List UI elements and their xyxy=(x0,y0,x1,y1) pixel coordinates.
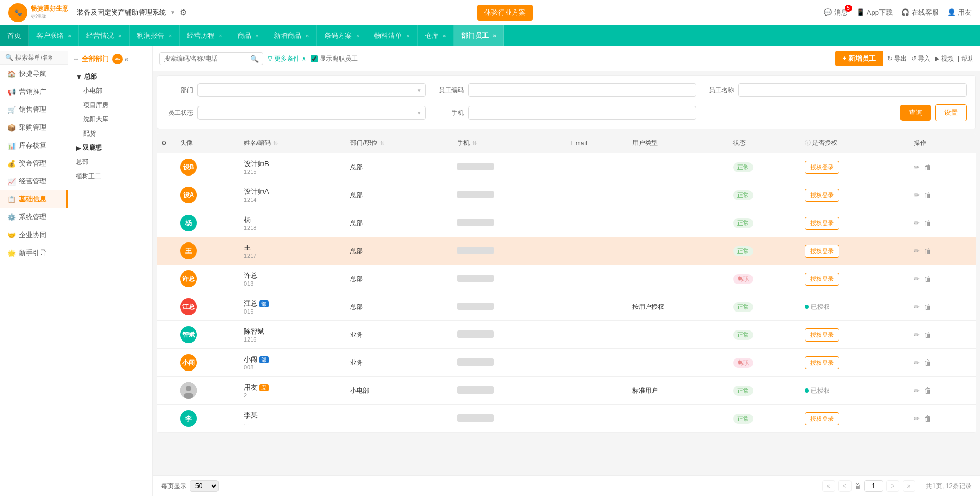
per-page-select[interactable]: 20 50 100 200 xyxy=(190,480,219,492)
sidebar-item-finance[interactable]: 💰 资金管理 xyxy=(0,154,68,172)
delete-btn[interactable]: 🗑 xyxy=(924,386,932,395)
sidebar-item-quicknav[interactable]: 🏠 快捷导航 xyxy=(0,65,68,83)
add-employee-btn[interactable]: + 新增员工 xyxy=(835,51,883,66)
sidebar-item-basic[interactable]: 📋 基础信息 xyxy=(0,190,68,208)
sidebar-item-inventory[interactable]: 📊 库存核算 xyxy=(0,137,68,154)
delete-btn[interactable]: 🗑 xyxy=(924,247,932,255)
delete-btn[interactable]: 🗑 xyxy=(924,219,932,227)
gear-icon[interactable]: ⚙ xyxy=(180,7,187,17)
tab-customer[interactable]: 客户联络 × xyxy=(29,25,79,46)
search-input[interactable] xyxy=(164,55,248,62)
delete-btn[interactable]: 🗑 xyxy=(924,358,932,367)
dept-item-root[interactable]: ▼ 总部 xyxy=(68,70,152,84)
dept-item-xiaodibu[interactable]: 小电部 xyxy=(68,84,152,98)
search-icon[interactable]: 🔍 xyxy=(250,55,259,63)
close-icon[interactable]: × xyxy=(406,33,409,39)
close-icon[interactable]: × xyxy=(356,33,359,39)
edit-btn[interactable]: ✏ xyxy=(914,247,920,255)
dept-item-shuanglu[interactable]: ▶ 双鹿想 xyxy=(68,141,152,155)
th-settings[interactable]: ⚙ xyxy=(157,133,176,153)
close-icon[interactable]: × xyxy=(255,33,259,39)
next-page-btn[interactable]: > xyxy=(886,480,899,492)
edit-btn[interactable]: ✏ xyxy=(914,414,920,423)
empstatus-select[interactable] xyxy=(197,106,426,120)
online-service-btn[interactable]: 🎧 在线客服 xyxy=(901,8,939,17)
edit-btn[interactable]: ✏ xyxy=(914,330,920,339)
dept-edit-btn[interactable]: ✏ xyxy=(112,54,123,64)
system-dropdown-arrow[interactable]: ▼ xyxy=(170,9,175,15)
sidebar-item-collab[interactable]: 🤝 企业协同 xyxy=(0,226,68,244)
query-button[interactable]: 查询 xyxy=(900,105,931,121)
sort-icon[interactable]: ⇅ xyxy=(380,140,384,146)
empstatus-select-wrap[interactable]: ▼ xyxy=(197,106,426,120)
close-icon[interactable]: × xyxy=(443,33,446,39)
sidebar-search-input[interactable] xyxy=(15,54,52,61)
tab-history[interactable]: 经营历程 × xyxy=(180,25,230,46)
delete-btn[interactable]: 🗑 xyxy=(924,163,932,171)
phone-input[interactable] xyxy=(468,106,697,120)
edit-btn[interactable]: ✏ xyxy=(914,386,920,395)
close-icon[interactable]: × xyxy=(219,33,222,39)
delete-btn[interactable]: 🗑 xyxy=(924,330,932,339)
notice-button[interactable]: 💬 消息 5 xyxy=(824,8,848,17)
th-dept-position[interactable]: 部门/职位⇅ xyxy=(346,133,452,153)
empname-input[interactable] xyxy=(738,83,967,97)
auth-btn[interactable]: 授权登录 xyxy=(805,217,839,230)
show-resigned-label[interactable]: 显示离职员工 xyxy=(311,54,358,63)
auth-btn[interactable]: 授权登录 xyxy=(805,412,839,425)
empcode-input[interactable] xyxy=(468,83,697,97)
delete-btn[interactable]: 🗑 xyxy=(924,275,932,283)
auth-btn[interactable]: 授权登录 xyxy=(805,189,839,202)
dept-item-zhishu[interactable]: 植树王二 xyxy=(68,169,152,183)
auth-btn[interactable]: 授权登录 xyxy=(805,245,839,258)
sidebar-item-operations[interactable]: 📈 经营管理 xyxy=(0,172,68,190)
auth-btn[interactable]: 授权登录 xyxy=(805,328,839,342)
tab-add-goods[interactable]: 新增商品 × xyxy=(266,25,316,46)
edit-btn[interactable]: ✏ xyxy=(914,163,920,171)
import-btn[interactable]: ↺ 导入 xyxy=(911,54,930,63)
edit-btn[interactable]: ✏ xyxy=(914,358,920,367)
show-resigned-checkbox[interactable] xyxy=(311,55,318,62)
tab-goods[interactable]: 商品 × xyxy=(230,25,266,46)
close-icon[interactable]: × xyxy=(169,33,172,39)
sidebar-item-marketing[interactable]: 📢 营销推广 xyxy=(0,83,68,101)
more-filter-btn[interactable]: ▽ 更多条件 ∧ xyxy=(268,54,306,63)
app-download-btn[interactable]: 📱 App下载 xyxy=(856,8,893,17)
auth-btn[interactable]: 授权登录 xyxy=(805,161,839,174)
auth-btn[interactable]: 授权登录 xyxy=(805,273,839,286)
dept-item-projectroom[interactable]: 项目库房 xyxy=(68,98,152,112)
first-page-btn[interactable]: « xyxy=(822,480,835,492)
sidebar-item-purchase[interactable]: 📦 采购管理 xyxy=(0,119,68,137)
last-page-btn[interactable]: » xyxy=(903,480,916,492)
delete-btn[interactable]: 🗑 xyxy=(924,414,932,423)
search-wrap[interactable]: 🔍 xyxy=(159,52,263,65)
page-number-input[interactable] xyxy=(864,480,883,492)
auth-btn[interactable]: 授权登录 xyxy=(805,356,839,369)
set-button[interactable]: 设置 xyxy=(935,104,967,121)
tab-warehouse[interactable]: 仓库 × xyxy=(418,25,454,46)
edit-btn[interactable]: ✏ xyxy=(914,303,920,311)
prev-page-btn[interactable]: < xyxy=(838,480,852,492)
sidebar-search[interactable]: 🔍 xyxy=(0,51,68,65)
close-icon[interactable]: × xyxy=(68,33,71,39)
sort-icon[interactable]: ⇅ xyxy=(472,140,477,146)
help-btn[interactable]: | 帮助 xyxy=(958,54,974,63)
info-icon[interactable]: ⓘ xyxy=(805,139,811,147)
th-phone[interactable]: 手机⇅ xyxy=(453,133,567,153)
tab-profit[interactable]: 利润报告 × xyxy=(130,25,180,46)
sidebar-item-system[interactable]: ⚙️ 系统管理 xyxy=(0,208,68,226)
th-name-code[interactable]: 姓名/编码⇅ xyxy=(240,133,346,153)
tab-operation[interactable]: 经营情况 × xyxy=(79,25,129,46)
sidebar-item-sales[interactable]: 🛒 销售管理 xyxy=(0,101,68,119)
trial-button[interactable]: 体验行业方案 xyxy=(477,5,533,21)
edit-btn[interactable]: ✏ xyxy=(914,275,920,283)
tab-home[interactable]: 首页 xyxy=(0,25,29,46)
dept-collapse-btn[interactable]: « xyxy=(125,55,129,63)
delete-btn[interactable]: 🗑 xyxy=(924,303,932,311)
view-btn[interactable]: ▶ 视频 xyxy=(935,54,954,63)
edit-btn[interactable]: ✏ xyxy=(914,219,920,227)
tab-barcode[interactable]: 条码方案 × xyxy=(317,25,367,46)
export-btn[interactable]: ↻ 导出 xyxy=(887,54,907,63)
dept-item-peihuo[interactable]: 配货 xyxy=(68,127,152,141)
close-icon[interactable]: × xyxy=(493,33,496,39)
